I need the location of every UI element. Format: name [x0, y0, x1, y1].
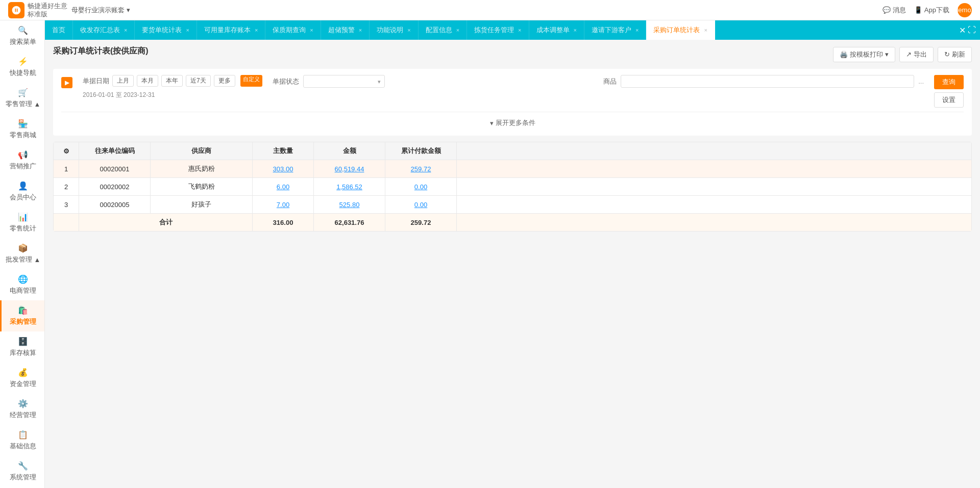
close-icon[interactable]: × — [124, 27, 127, 33]
download-icon: 📱 — [914, 6, 922, 14]
row-3-qty[interactable]: 7.00 — [253, 196, 314, 214]
operation-icon: ⚙️ — [18, 399, 28, 408]
avatar[interactable]: demo2 — [958, 3, 972, 17]
print-btn[interactable]: 🖨️ 按模板打印 ▾ — [833, 47, 895, 62]
row-1-qty[interactable]: 303.00 — [253, 160, 314, 178]
date-quick-btns: 上月 本月 本年 近7天 更多 自定义 — [112, 75, 262, 87]
close-icon[interactable]: × — [359, 27, 362, 33]
row-3-code: 00020005 — [79, 196, 151, 214]
close-all-tabs-btn[interactable]: ✕ — [959, 25, 966, 35]
last-month-btn[interactable]: 上月 — [112, 75, 134, 87]
message-btn[interactable]: 💬 消息 — [883, 6, 906, 15]
row-3-amount[interactable]: 525.80 — [314, 196, 385, 214]
sidebar-item-retail-stats[interactable]: 📊 零售统计 — [0, 207, 44, 238]
tab-available-inv[interactable]: 可用量库存账本 × — [197, 20, 265, 40]
sidebar-item-basic-info[interactable]: 📋 基础信息 — [0, 425, 44, 456]
close-icon[interactable]: × — [310, 27, 313, 33]
maximize-btn[interactable]: ⛶ — [968, 25, 976, 35]
more-date-btn[interactable]: 更多 — [214, 75, 235, 87]
sidebar-item-batch-mgmt[interactable]: 📦 批发管理 ▲ — [0, 238, 44, 269]
chevron-up-icon: ▲ — [34, 100, 41, 108]
settings-icon[interactable]: ⚙ — [63, 147, 69, 155]
sidebar-item-finance[interactable]: 💰 资金管理 — [0, 363, 44, 394]
table-footer-row: 合计 316.00 62,631.76 259.72 — [54, 214, 972, 232]
query-actions: 查询 设置 — [934, 75, 964, 108]
system-icon: 🔧 — [18, 461, 28, 471]
row-1-supplier: 惠氏奶粉 — [151, 160, 253, 178]
date-filter-section: 单据日期 上月 本月 本年 近7天 更多 自定义 2016-01-01 至 20… — [83, 75, 262, 99]
close-icon[interactable]: × — [456, 27, 459, 33]
sidebar-item-search[interactable]: 🔍 搜索菜单 — [0, 20, 44, 52]
close-icon[interactable]: × — [186, 27, 189, 33]
tab-func-desc[interactable]: 功能说明 × — [370, 20, 418, 40]
row-2-code: 00020002 — [79, 178, 151, 196]
sidebar-item-inventory[interactable]: 🗄️ 库存核算 — [0, 331, 44, 363]
export-btn[interactable]: ↗ 导出 — [899, 47, 934, 62]
row-2-no: 2 — [54, 178, 79, 196]
close-icon[interactable]: × — [574, 27, 577, 33]
tab-home[interactable]: 首页 — [45, 20, 73, 40]
settings-btn[interactable]: 设置 — [934, 92, 964, 108]
close-icon[interactable]: × — [635, 27, 639, 33]
content-area: 首页 收发存汇总表 × 要货单统计表 × 可用量库存账本 × 保质期查询 × 超… — [45, 20, 980, 488]
filter-toggle[interactable]: ▶ — [61, 77, 72, 88]
top-bar-left: 畅捷通好生意 标准版 母婴行业演示账套 ▾ — [8, 2, 130, 18]
table-row: 1 00020001 惠氏奶粉 303.00 60,519.44 259.72 — [54, 160, 972, 178]
tab-picking[interactable]: 拣货任务管理 × — [467, 20, 529, 40]
workspace-selector[interactable]: 母婴行业演示账套 ▾ — [71, 6, 130, 15]
page-header-actions: 🖨️ 按模板打印 ▾ ↗ 导出 ↻ 刷新 — [833, 47, 972, 62]
logo-text: 畅捷通好生意 标准版 — [28, 2, 67, 18]
goods-filter-section: 商品 ... — [603, 75, 924, 88]
close-icon[interactable]: × — [407, 27, 410, 33]
last-7-days-btn[interactable]: 近7天 — [186, 75, 211, 87]
sidebar-item-purchase[interactable]: 🛍️ 采购管理 — [0, 300, 44, 331]
tab-overstock[interactable]: 超储预警 × — [321, 20, 370, 40]
retail-icon: 🛒 — [18, 88, 28, 97]
row-3-no: 3 — [54, 196, 79, 214]
page-header: 采购订单统计表(按供应商) 🖨️ 按模板打印 ▾ ↗ 导出 ↻ 刷新 — [53, 46, 972, 63]
tab-config[interactable]: 配置信息 × — [419, 20, 467, 40]
refresh-btn[interactable]: ↻ 刷新 — [938, 47, 972, 62]
filter-area: ▶ 单据日期 上月 本月 本年 近7天 更多 — [53, 69, 972, 136]
sidebar-item-member[interactable]: 👤 会员中心 — [0, 176, 44, 207]
footer-empty-1 — [54, 214, 79, 232]
sidebar-item-quick-nav[interactable]: ⚡ 快捷导航 — [0, 52, 44, 83]
sidebar-item-retail-mgmt[interactable]: 🛒 零售管理 ▲ — [0, 83, 44, 114]
tab-cost-adjust[interactable]: 成本调整单 × — [529, 20, 584, 40]
app-download-btn[interactable]: 📱 App下载 — [914, 6, 949, 15]
query-btn[interactable]: 查询 — [934, 75, 964, 89]
status-label: 单据状态 — [273, 77, 299, 86]
tab-purchase-stats[interactable]: 要货单统计表 × — [135, 20, 197, 40]
filter-collapse-btn[interactable]: ▶ — [61, 77, 72, 88]
sidebar-item-retail-mall[interactable]: 🏪 零售商城 — [0, 114, 44, 145]
sidebar-item-system[interactable]: 🔧 系统管理 — [0, 456, 44, 487]
goods-more-icon[interactable]: ... — [918, 78, 924, 85]
inventory-icon: 🗄️ — [18, 337, 28, 346]
close-icon[interactable]: × — [255, 27, 258, 33]
sidebar-item-marketing[interactable]: 📢 营销推广 — [0, 145, 44, 176]
row-1-code: 00020001 — [79, 160, 151, 178]
tab-expiry-query[interactable]: 保质期查询 × — [265, 20, 321, 40]
row-2-qty[interactable]: 6.00 — [253, 178, 314, 196]
col-supplier-header: 供应商 — [151, 142, 253, 160]
row-1-amount[interactable]: 60,519.44 — [314, 160, 385, 178]
row-1-extra — [457, 160, 972, 178]
row-1-paid[interactable]: 259.72 — [385, 160, 457, 178]
status-select[interactable] — [303, 75, 385, 88]
close-icon[interactable]: × — [518, 27, 521, 33]
sidebar-item-ecom[interactable]: 🌐 电商管理 — [0, 269, 44, 300]
row-2-amount[interactable]: 1,586.52 — [314, 178, 385, 196]
expand-more-btn[interactable]: ▾ 展开更多条件 — [61, 116, 964, 130]
goods-input[interactable] — [621, 75, 914, 88]
chevron-down-icon: ▲ — [34, 256, 41, 264]
row-2-paid[interactable]: 0.00 — [385, 178, 457, 196]
this-month-btn[interactable]: 本月 — [137, 75, 158, 87]
tab-purchase-order-stats[interactable]: 采购订单统计表 × — [646, 20, 715, 40]
tab-invite[interactable]: 邀请下游客户 × — [584, 20, 646, 40]
close-icon[interactable]: × — [704, 27, 707, 33]
this-year-btn[interactable]: 本年 — [161, 75, 183, 87]
row-3-paid[interactable]: 0.00 — [385, 196, 457, 214]
tab-receive-send[interactable]: 收发存汇总表 × — [73, 20, 135, 40]
goods-label: 商品 — [603, 77, 617, 86]
sidebar-item-operation[interactable]: ⚙️ 经营管理 — [0, 394, 44, 425]
